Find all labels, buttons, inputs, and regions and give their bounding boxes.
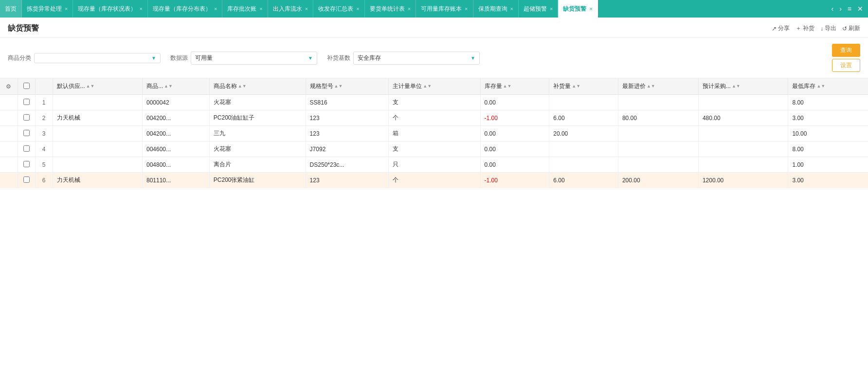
est-purchase-sort-icon: ▲▼ bbox=[732, 84, 741, 88]
row-min-stock: 8.00 bbox=[788, 141, 868, 157]
tab-inventory-status[interactable]: 现存量（库存状况表）× bbox=[73, 0, 147, 18]
row-unit: 只 bbox=[389, 157, 480, 173]
table-settings-icon[interactable]: ⚙ bbox=[4, 83, 14, 90]
th-num bbox=[35, 78, 53, 95]
row-checkbox[interactable] bbox=[23, 176, 30, 183]
tab-close-overstock[interactable]: × bbox=[550, 6, 553, 12]
th-checkbox bbox=[18, 78, 35, 95]
row-spec: 123 bbox=[306, 173, 389, 188]
row-supplier bbox=[53, 126, 142, 141]
tab-close-available-ledger[interactable]: × bbox=[465, 6, 468, 12]
min-stock-sort[interactable]: 最低库存 ▲▼ bbox=[792, 82, 864, 90]
est-purchase-sort[interactable]: 预计采购... ▲▼ bbox=[703, 82, 784, 90]
replenish-sort[interactable]: 补货量 ▲▼ bbox=[553, 82, 614, 90]
unit-sort[interactable]: 主计量单位 ▲▼ bbox=[393, 82, 476, 90]
row-latest-price: 200.00 bbox=[618, 173, 698, 188]
main-content: 缺货预警 ↗ 分享 ＋ 补货 ↓ 导出 ↺ 刷新 商品分类 bbox=[0, 18, 868, 387]
supplier-sort-icon: ▲▼ bbox=[86, 84, 95, 88]
table-row[interactable]: 3 004200... 三九 123 箱 0.00 20.00 10.00 bbox=[0, 126, 868, 141]
table-row[interactable]: 1 0000042 火花塞 SS816 支 0.00 8.00 bbox=[0, 95, 868, 110]
row-num: 5 bbox=[35, 157, 53, 173]
datasource-value: 可用量 bbox=[195, 54, 213, 62]
row-settings-cell bbox=[0, 110, 18, 126]
tab-close-batch-account[interactable]: × bbox=[259, 6, 262, 12]
row-checkbox[interactable] bbox=[23, 130, 30, 136]
row-est-purchase bbox=[698, 157, 788, 173]
table-body: 1 0000042 火花塞 SS816 支 0.00 8.00 2 力天机械 0… bbox=[0, 95, 868, 188]
row-latest-price bbox=[618, 141, 698, 157]
row-checkbox[interactable] bbox=[23, 145, 30, 152]
tab-overstock[interactable]: 超储预警× bbox=[519, 0, 558, 18]
tab-abnormal[interactable]: 拣货异常处理× bbox=[22, 0, 73, 18]
row-spec: SS816 bbox=[306, 95, 389, 110]
tab-close-all-button[interactable]: ✕ bbox=[854, 4, 866, 14]
row-code: 004200... bbox=[142, 110, 209, 126]
tab-close-abnormal[interactable]: × bbox=[65, 6, 68, 12]
row-replenish: 6.00 bbox=[549, 173, 618, 188]
row-checkbox-cell bbox=[18, 173, 35, 188]
tab-close-receive-summary[interactable]: × bbox=[356, 6, 359, 12]
tab-inventory-dist[interactable]: 现存量（库存分布表）× bbox=[148, 0, 222, 18]
settings-button[interactable]: 设置 bbox=[832, 59, 860, 72]
row-checkbox[interactable] bbox=[23, 99, 30, 105]
th-unit: 主计量单位 ▲▼ bbox=[389, 78, 480, 95]
page-title: 缺货预警 bbox=[8, 23, 39, 34]
tab-list-button[interactable]: ≡ bbox=[845, 4, 854, 14]
row-unit: 个 bbox=[389, 110, 480, 126]
row-name: 火花塞 bbox=[209, 95, 306, 110]
stock-sort[interactable]: 库存量 ▲▼ bbox=[485, 82, 545, 90]
export-button[interactable]: ↓ 导出 bbox=[820, 24, 836, 33]
tab-available-ledger[interactable]: 可用量库存账本× bbox=[416, 0, 473, 18]
row-latest-price bbox=[618, 157, 698, 173]
spec-sort[interactable]: 规格型号 ▲▼ bbox=[310, 82, 385, 90]
supplier-sort[interactable]: 默认供应... ▲▼ bbox=[57, 82, 138, 90]
tab-close-expiry-query[interactable]: × bbox=[510, 6, 513, 12]
refresh-icon: ↺ bbox=[842, 25, 847, 32]
tab-close-inout-flow[interactable]: × bbox=[305, 6, 308, 12]
code-sort[interactable]: 商品... ▲▼ bbox=[146, 82, 205, 90]
row-stock: 0.00 bbox=[480, 126, 549, 141]
tab-close-inventory-status[interactable]: × bbox=[139, 6, 142, 12]
row-stock: -1.00 bbox=[480, 173, 549, 188]
tab-inout-flow[interactable]: 出入库流水× bbox=[268, 0, 313, 18]
row-min-stock: 10.00 bbox=[788, 126, 868, 141]
row-unit: 个 bbox=[389, 173, 480, 188]
query-button[interactable]: 查询 bbox=[832, 44, 860, 57]
row-est-purchase: 1200.00 bbox=[698, 173, 788, 188]
table-row[interactable]: 2 力天机械 004200... PC200油缸缸子 123 个 -1.00 6… bbox=[0, 110, 868, 126]
row-name: 火花塞 bbox=[209, 141, 306, 157]
tab-batch-account[interactable]: 库存批次账× bbox=[222, 0, 268, 18]
datasource-select[interactable]: 可用量 ▼ bbox=[191, 52, 317, 65]
tab-prev-button[interactable]: ‹ bbox=[828, 4, 836, 14]
share-button[interactable]: ↗ 分享 bbox=[772, 24, 790, 33]
th-supplier: 默认供应... ▲▼ bbox=[53, 78, 142, 95]
tab-close-order-stats[interactable]: × bbox=[408, 6, 411, 12]
tab-expiry-query[interactable]: 保质期查询× bbox=[473, 0, 519, 18]
tab-receive-summary[interactable]: 收发存汇总表× bbox=[313, 0, 364, 18]
select-all-checkbox[interactable] bbox=[23, 83, 30, 89]
row-stock: 0.00 bbox=[480, 141, 549, 157]
row-replenish bbox=[549, 95, 618, 110]
table-row[interactable]: 6 力天机械 801110... PC200张紧油缸 123 个 -1.00 6… bbox=[0, 173, 868, 188]
tab-shortage[interactable]: 缺货预警× bbox=[558, 0, 597, 18]
name-sort[interactable]: 商品名称 ▲▼ bbox=[214, 82, 302, 90]
table-row[interactable]: 5 004800... 离合片 DS250*23c... 只 0.00 1.00 bbox=[0, 157, 868, 173]
row-name: PC200油缸缸子 bbox=[209, 110, 306, 126]
th-name: 商品名称 ▲▼ bbox=[209, 78, 306, 95]
tab-close-shortage[interactable]: × bbox=[589, 6, 592, 12]
category-select[interactable]: ▼ bbox=[34, 53, 161, 63]
tab-order-stats[interactable]: 要货单统计表× bbox=[365, 0, 416, 18]
replenish-button[interactable]: ＋ 补货 bbox=[796, 24, 814, 33]
tab-close-inventory-dist[interactable]: × bbox=[214, 6, 217, 12]
row-settings-cell bbox=[0, 157, 18, 173]
replenish-base-select[interactable]: 安全库存 ▼ bbox=[353, 52, 480, 65]
row-checkbox[interactable] bbox=[23, 114, 30, 121]
tab-next-button[interactable]: › bbox=[836, 4, 845, 14]
row-checkbox[interactable] bbox=[23, 161, 30, 167]
latest-price-sort[interactable]: 最新进价 ▲▼ bbox=[622, 82, 694, 90]
th-latest-price: 最新进价 ▲▼ bbox=[618, 78, 698, 95]
refresh-button[interactable]: ↺ 刷新 bbox=[842, 24, 860, 33]
table-row[interactable]: 4 004600... 火花塞 J7092 支 0.00 8.00 bbox=[0, 141, 868, 157]
tab-home[interactable]: 首页 bbox=[0, 0, 22, 18]
row-name: 三九 bbox=[209, 126, 306, 141]
